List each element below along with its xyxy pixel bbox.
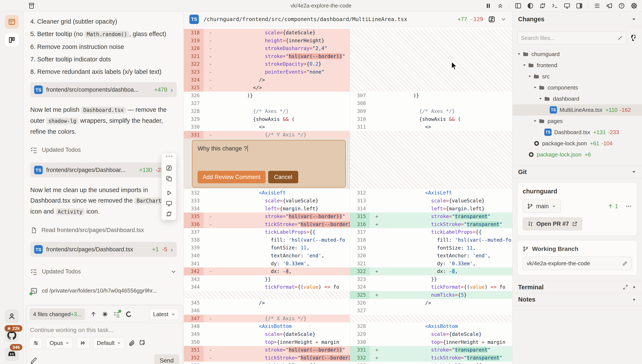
code-line: tickLabelProps={{	[383, 228, 512, 236]
open-pr-button[interactable]: Open PR #7	[523, 217, 582, 230]
chevron-down-icon[interactable]	[500, 16, 507, 22]
working-branch-input[interactable]: vk/4e2a-explore-the-code	[523, 257, 632, 270]
git-compare-icon[interactable]	[166, 210, 172, 218]
tree-item-pages[interactable]: pages	[512, 116, 642, 127]
branch-dropdown[interactable]: main	[523, 200, 561, 213]
more-options-icon[interactable]	[625, 203, 632, 210]
search-input[interactable]	[521, 35, 615, 42]
copy-icon[interactable]	[166, 175, 172, 182]
person-icon	[8, 312, 16, 320]
chevron-down-icon[interactable]	[170, 268, 177, 275]
todos-status-icon[interactable]	[113, 311, 120, 318]
monitor-icon[interactable]	[166, 200, 172, 207]
diff-marker	[370, 236, 383, 244]
settings-gear-icon[interactable]	[630, 2, 638, 10]
tree-expand-chevron[interactable]	[517, 52, 521, 56]
files-changed-chip[interactable]: 4 files changed +3...	[30, 308, 85, 320]
github-cat-icon[interactable]	[629, 34, 637, 42]
mode-dropdown[interactable]: Default	[93, 337, 125, 349]
diff-row: 319- height={innerHeight}	[184, 37, 350, 45]
workspace-tab-active[interactable]	[5, 15, 19, 29]
read-file-row[interactable]: Read frontend/src/pages/Dashboard.tsx	[30, 225, 177, 236]
monitor-icon[interactable]	[564, 2, 570, 9]
git-compare-icon[interactable]	[539, 2, 546, 9]
file-chip-pages-dashboard-small[interactable]: TSfrontend/src/pages/Dashboard.tsx+1-5›	[30, 242, 177, 257]
tree-item-package-lock-json[interactable]: package-lock.json+61-104	[512, 138, 642, 149]
chevrons-up-icon[interactable]	[497, 2, 504, 9]
megaphone-icon[interactable]	[606, 2, 613, 9]
tree-item-dashboard-tsx[interactable]: TSDashboard.tsx+131-233	[512, 127, 642, 138]
highlighter-icon[interactable]	[30, 356, 38, 364]
git-section-header[interactable]: Git	[512, 166, 642, 178]
diff-marker: -	[204, 68, 217, 76]
tree-expand-chevron[interactable]	[533, 86, 537, 90]
file-chip-pages-dashboard[interactable]: TSfrontend/src/pages/Dashboar...+130-233…	[30, 162, 177, 178]
terminal-icon[interactable]	[551, 2, 558, 9]
code-line: fill: 'hsl(var(--muted-fo	[383, 236, 512, 244]
help-icon[interactable]: ?	[618, 2, 625, 9]
tree-item-label: churnguard	[531, 51, 560, 58]
diff-row: 318 fill: 'hsl(var(--muted-fo	[350, 236, 512, 244]
archive-box-icon[interactable]	[28, 2, 35, 9]
stamp-z-icon[interactable]	[488, 16, 495, 23]
file-search-box[interactable]	[517, 31, 626, 45]
spark-icon[interactable]	[102, 311, 108, 318]
collapse-arrows-icon[interactable]	[617, 35, 623, 41]
diff-row: 324 tickFormat={(value) => fo	[350, 283, 512, 291]
tree-expand-chevron[interactable]	[538, 96, 543, 101]
list-item: 8. Remove redundant axis labels (x/y lab…	[30, 66, 177, 77]
tree-expand-chevron[interactable]	[533, 119, 537, 123]
tree-expand-chevron[interactable]	[522, 63, 526, 68]
discord-button[interactable]: 346	[5, 347, 19, 361]
send-button[interactable]: Send	[154, 354, 179, 364]
updated-todos-row[interactable]: Updated Todos	[30, 145, 177, 155]
terminal-section-header[interactable]: Terminal	[512, 281, 642, 294]
diff-marker: -	[204, 84, 217, 92]
fast-forward-button[interactable]	[77, 337, 90, 349]
tree-expand-chevron[interactable]	[527, 74, 532, 78]
version-dropdown[interactable]: Latest	[150, 308, 179, 320]
commits-ahead[interactable]: 1	[608, 203, 618, 210]
notes-section-header[interactable]: Notes	[512, 294, 642, 306]
attach-paperclip-icon[interactable]	[128, 340, 135, 346]
tree-item-multilinearea-tsx[interactable]: TSMultiLineArea.tsx+110-162	[512, 104, 642, 116]
line-number: 352	[184, 354, 204, 362]
add-review-comment-button[interactable]: Add Review Comment	[198, 171, 266, 183]
updated-todos-row-2[interactable]: Updated Todos	[30, 266, 177, 277]
changes-section-header[interactable]: Changes	[512, 12, 642, 27]
diff-marker	[204, 115, 217, 123]
play-icon[interactable]	[166, 190, 172, 196]
expand-icon[interactable]	[623, 284, 628, 290]
scroll-up-icon[interactable]	[90, 311, 97, 318]
file-chip-components-dashboard[interactable]: TSfrontend/src/components/dashboa...+479…	[30, 82, 177, 97]
diff-row: 347- {/* X Axis */}	[184, 315, 350, 322]
model-dropdown[interactable]: Opus	[46, 337, 73, 349]
tree-item-components[interactable]: components	[512, 82, 642, 93]
terminal-command-row[interactable]: cd /private/var/folders/10/h7w0q46556ggr…	[30, 286, 177, 296]
review-comment-input[interactable]: Why this change ?	[198, 145, 247, 152]
pause-icon[interactable]	[485, 2, 491, 9]
diff-marker: -	[204, 131, 217, 139]
cancel-button[interactable]: Cancel	[268, 171, 298, 183]
drag-handle-dots[interactable]	[166, 156, 172, 157]
tree-item-dashboard[interactable]: dashboard	[512, 93, 642, 104]
panel-left-icon[interactable]	[515, 2, 521, 9]
stamp-z-icon[interactable]	[166, 164, 172, 172]
tree-item-churnguard[interactable]: churnguard	[512, 48, 642, 60]
github-button[interactable]: 22k	[5, 328, 19, 342]
settings-sliders-button[interactable]	[29, 337, 43, 349]
message-input[interactable]: Continue working on this task...	[26, 323, 183, 334]
tree-item-src[interactable]: src	[512, 71, 642, 82]
tree-item-package-lock-json[interactable]: package-lock.json+6	[512, 149, 642, 160]
tree-item-frontend[interactable]: frontend	[512, 60, 642, 71]
contrast-circle-icon[interactable]	[527, 2, 534, 9]
code-line: <AxisBottom	[217, 322, 350, 330]
account-button[interactable]	[5, 310, 19, 323]
github-cat-icon[interactable]	[139, 339, 146, 346]
inline-code: Activity	[56, 208, 85, 215]
menu-icon[interactable]	[594, 2, 600, 9]
panel-right-icon[interactable]	[576, 2, 583, 9]
diff-marker	[204, 244, 217, 252]
edit-pencil-icon[interactable]	[622, 260, 628, 266]
workspace-tab-kanban[interactable]	[5, 33, 19, 47]
